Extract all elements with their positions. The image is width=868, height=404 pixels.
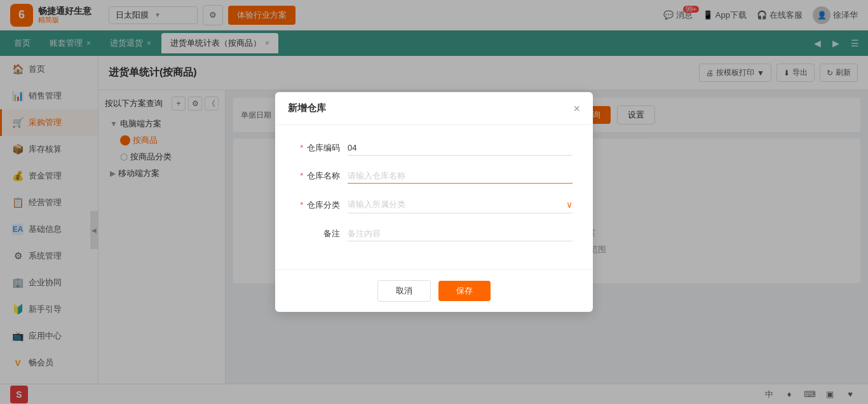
required-star-name: * [300, 171, 303, 180]
warehouse-category-row: * 仓库分类 请输入所属分类 ∨ [295, 196, 573, 213]
required-star-code: * [300, 143, 303, 152]
warehouse-name-label: * 仓库名称 [295, 170, 340, 182]
cancel-button[interactable]: 取消 [377, 280, 431, 302]
warehouse-remark-label: 备注 [295, 228, 340, 239]
warehouse-code-label: * 仓库编码 [295, 142, 340, 154]
warehouse-category-select[interactable]: 请输入所属分类 ∨ [348, 196, 573, 213]
modal-body: * 仓库编码 * 仓库名称 * 仓库分类 请输入 [275, 125, 593, 269]
warehouse-category-placeholder: 请输入所属分类 [348, 199, 566, 210]
save-button[interactable]: 保存 [438, 281, 491, 301]
warehouse-remark-row: 备注 [295, 226, 573, 241]
modal-header: 新增仓库 × [275, 92, 593, 125]
required-star-category: * [300, 200, 303, 210]
warehouse-name-input[interactable] [348, 168, 573, 184]
warehouse-code-input[interactable] [348, 140, 573, 156]
warehouse-name-row: * 仓库名称 [295, 168, 573, 184]
modal-title: 新增仓库 [288, 102, 573, 114]
add-warehouse-modal: 新增仓库 × * 仓库编码 * 仓库名称 [275, 92, 593, 312]
modal-footer: 取消 保存 [275, 269, 593, 312]
warehouse-remark-input[interactable] [348, 226, 573, 241]
warehouse-category-label: * 仓库分类 [295, 199, 340, 211]
modal-close-button[interactable]: × [573, 103, 580, 114]
warehouse-code-row: * 仓库编码 [295, 140, 573, 156]
modal-overlay: 新增仓库 × * 仓库编码 * 仓库名称 [0, 0, 868, 404]
category-dropdown-arrow: ∨ [566, 199, 573, 210]
